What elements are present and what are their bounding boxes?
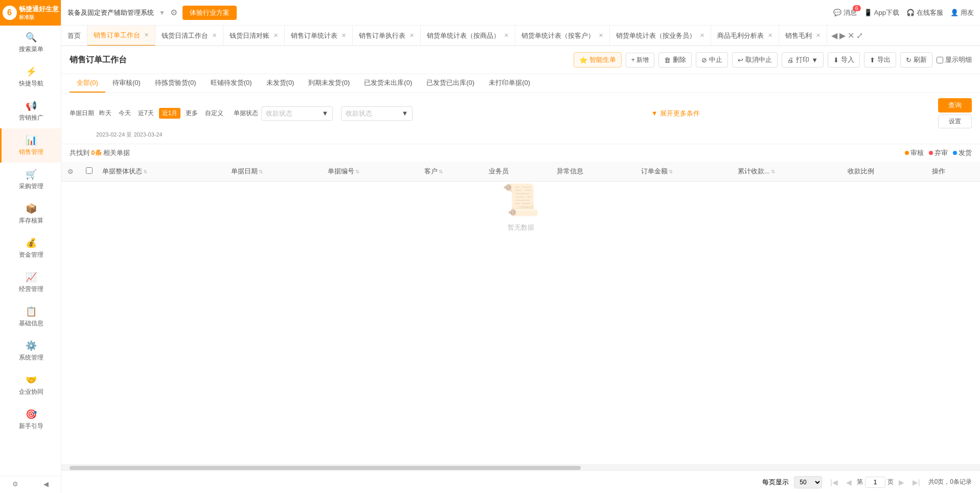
delete-button[interactable]: 🗑 删除	[658, 52, 692, 68]
nav-tab-close-sales_stat_staff[interactable]: ✕	[700, 32, 704, 39]
sidebar-item-search[interactable]: 🔍搜索菜单	[0, 26, 61, 60]
sub-tab-all[interactable]: 全部(0)	[70, 74, 105, 93]
date-opt-近1月[interactable]: 近1月	[159, 108, 181, 119]
nav-tab-cashflow_daily[interactable]: 钱货日清工作台✕	[155, 26, 223, 46]
settings-icon[interactable]: ⚙	[170, 8, 177, 17]
show-detail-input[interactable]	[937, 57, 943, 63]
date-opt-更多[interactable]: 更多	[184, 108, 200, 119]
nav-tab-sales_exec[interactable]: 销售订单执行表✕	[353, 26, 421, 46]
table-action-unview[interactable]: 弃审	[929, 148, 948, 158]
trial-button[interactable]: 体验行业方案	[183, 6, 237, 20]
nav-tabs-expand-btn[interactable]: ⤢	[856, 31, 863, 40]
nav-tab-close-sales_margin[interactable]: ✕	[816, 32, 821, 39]
nav-tab-sales_stat[interactable]: 销售订单统计表✕	[285, 26, 353, 46]
show-detail-checkbox[interactable]: 显示明细	[937, 55, 972, 64]
sub-tab-shipped_out[interactable]: 已发货已出库(0)	[419, 74, 482, 93]
sidebar-item-purchase[interactable]: 🛒采购管理	[0, 163, 61, 197]
sub-tab-shipped_not_out[interactable]: 已发货未出库(0)	[357, 74, 419, 93]
nav-tab-close-sales_exec[interactable]: ✕	[409, 32, 414, 39]
add-button[interactable]: + 新增	[626, 53, 654, 68]
user-icon: 👤	[950, 9, 959, 16]
sidebar-item-finance[interactable]: 💰资金管理	[0, 231, 61, 265]
sub-tab-overdue_not_shipped[interactable]: 到期未发货(0)	[301, 74, 357, 93]
user-btn[interactable]: 👤 用友	[950, 8, 974, 17]
sidebar-item-basic[interactable]: 📋基础信息	[0, 300, 61, 334]
query-button[interactable]: 查询	[938, 98, 972, 113]
sort-icon-date[interactable]: ⇅	[259, 169, 263, 174]
table-action-ship[interactable]: 发货	[953, 148, 972, 158]
nav-tab-sales_margin[interactable]: 销售毛利✕	[779, 26, 827, 46]
date-opt-近7天[interactable]: 近7天	[136, 108, 156, 119]
sub-tab-wangpu_pending[interactable]: 旺铺待发货(0)	[203, 74, 259, 93]
nav-tab-close-sales_stat_customer[interactable]: ✕	[599, 32, 603, 39]
sidebar-item-label-marketing: 营销推广	[19, 114, 43, 122]
smart-create-button[interactable]: ⭐ 智能生单	[574, 52, 622, 68]
settings-bottom-btn[interactable]: ⚙	[12, 480, 18, 489]
sort-icon-number[interactable]: ⇅	[355, 169, 359, 174]
nav-tab-close-cashflow_reconcile[interactable]: ✕	[274, 32, 278, 39]
page-title: 销售订单工作台	[70, 55, 127, 65]
sidebar-item-operation[interactable]: 📈经营管理	[0, 265, 61, 300]
nav-tabs-prev-btn[interactable]: ◀	[831, 31, 837, 40]
message-btn[interactable]: 💬 消息 6	[833, 8, 857, 17]
nav-tab-cashflow_reconcile[interactable]: 钱货日清对账✕	[223, 26, 285, 46]
sidebar-item-label-inventory: 库存核算	[19, 216, 43, 225]
nav-tab-margin_analysis[interactable]: 商品毛利分析表✕	[711, 26, 779, 46]
sort-icon-collected[interactable]: ⇅	[771, 169, 775, 174]
page-size-select[interactable]: 102050100	[794, 476, 822, 488]
cancel-stop-button[interactable]: ↩ 取消中止	[732, 52, 778, 68]
date-opt-自定义[interactable]: 自定义	[203, 108, 225, 119]
filter-settings-button[interactable]: 设置	[938, 115, 972, 128]
next-page-btn[interactable]: ▶	[896, 477, 907, 487]
payment-select[interactable]: 收款状态 ▼	[341, 106, 413, 121]
horizontal-scrollbar[interactable]	[61, 464, 980, 470]
sidebar-item-quicknav[interactable]: ⚡快捷导航	[0, 60, 61, 94]
collapse-bottom-btn[interactable]: ◀	[43, 480, 49, 489]
sub-tab-pending_review[interactable]: 待审核(0)	[105, 74, 148, 93]
date-opt-今天[interactable]: 今天	[117, 108, 133, 119]
nav-tab-sales_stat_staff[interactable]: 销货单统计表（按业务员）✕	[610, 26, 711, 46]
nav-tab-close-sales_workbench[interactable]: ✕	[144, 32, 149, 38]
th-settings-icon[interactable]: ⚙	[67, 168, 74, 175]
first-page-btn[interactable]: |◀	[827, 477, 841, 487]
export-button[interactable]: ⬆ 导出	[864, 52, 896, 68]
online-service-btn[interactable]: 🎧 在线客服	[906, 8, 943, 17]
nav-tabs-next-btn[interactable]: ▶	[839, 31, 846, 40]
sort-icon-status[interactable]: ⇅	[143, 169, 147, 174]
nav-tab-close-margin_analysis[interactable]: ✕	[768, 32, 772, 39]
sidebar-item-marketing[interactable]: 📢营销推广	[0, 94, 61, 128]
prev-page-btn[interactable]: ◀	[843, 477, 855, 487]
nav-tab-sales_stat_product[interactable]: 销货单统计表（按商品）✕	[421, 26, 515, 46]
date-opt-昨天[interactable]: 昨天	[97, 108, 113, 119]
sub-tab-not_shipped[interactable]: 未发货(0)	[259, 74, 302, 93]
import-button[interactable]: ⬇ 导入	[828, 52, 860, 68]
sidebar-item-sales[interactable]: 📊销售管理	[0, 128, 61, 163]
refresh-button[interactable]: ↻ 刷新	[900, 52, 932, 68]
nav-tab-sales_workbench[interactable]: 销售订单工作台✕	[87, 26, 155, 46]
app-download-btn[interactable]: 📱 App下载	[864, 8, 899, 17]
sub-tab-pending_inspect[interactable]: 待拣货验货(0)	[148, 74, 203, 93]
last-page-btn[interactable]: ▶|	[909, 477, 923, 487]
page-input[interactable]	[865, 477, 885, 488]
sort-icon-customer[interactable]: ⇅	[439, 169, 443, 174]
nav-tab-close-cashflow_daily[interactable]: ✕	[212, 32, 217, 39]
table-action-review[interactable]: 审核	[905, 148, 924, 158]
sort-icon-amount[interactable]: ⇅	[669, 169, 673, 174]
sidebar-item-system[interactable]: ⚙️系统管理	[0, 334, 61, 368]
sidebar-item-corp[interactable]: 🤝企业协同	[0, 368, 61, 402]
scroll-thumb[interactable]	[70, 466, 581, 470]
sidebar-item-guide[interactable]: 🎯新手引导	[0, 402, 61, 437]
nav-tab-sales_stat_customer[interactable]: 销货单统计表（按客户）✕	[515, 26, 610, 46]
nav-tabs-close-all-btn[interactable]: ✕	[848, 31, 854, 40]
th-ratio: 收款比例	[844, 162, 928, 182]
sidebar-item-inventory[interactable]: 📦库存核算	[0, 197, 61, 231]
nav-tab-close-sales_stat[interactable]: ✕	[341, 32, 346, 39]
th-checkbox-all[interactable]	[86, 167, 93, 174]
status-select[interactable]: 收款状态 ▼	[261, 106, 333, 121]
nav-tab-home[interactable]: 首页	[61, 26, 87, 46]
stop-button[interactable]: ⊘ 中止	[696, 52, 728, 68]
nav-tab-close-sales_stat_product[interactable]: ✕	[504, 32, 509, 39]
expand-filter-btn[interactable]: ▼ 展开更多条件	[651, 109, 700, 118]
print-button[interactable]: 🖨 打印 ▼	[782, 52, 824, 68]
sub-tab-not_printed[interactable]: 未打印单据(0)	[482, 74, 537, 93]
